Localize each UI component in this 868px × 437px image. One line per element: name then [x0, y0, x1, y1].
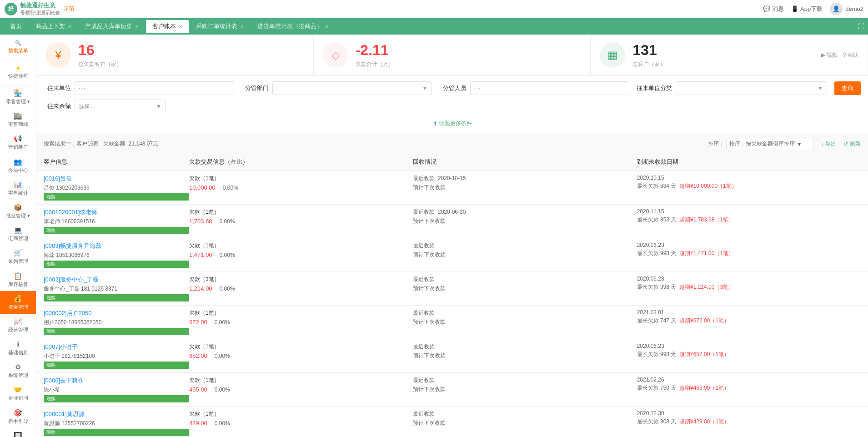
- sidebar-quick-nav-btn[interactable]: ⚡ 快捷导航: [0, 62, 36, 83]
- sidebar-item-3[interactable]: 👥 会员中心: [0, 154, 36, 177]
- next-label-4: 预计下次收款: [413, 318, 637, 326]
- filter-source-unit: 往来单位 ···: [44, 81, 234, 95]
- sidebar-item-13[interactable]: 🤝 企业协同: [0, 382, 36, 405]
- search-button[interactable]: 查询: [834, 81, 861, 95]
- sidebar-icon-13: 🤝: [14, 386, 22, 394]
- tab-minimize-btn[interactable]: –: [851, 23, 854, 30]
- sidebar-item-9[interactable]: 💰 资金管理: [0, 291, 36, 314]
- collapse-btn[interactable]: ⬆ 收起更多条件: [44, 118, 861, 129]
- source-unit-input[interactable]: ···: [75, 81, 234, 95]
- app-download-btn[interactable]: 📱 App下载: [791, 5, 823, 13]
- tab-product-history[interactable]: 产成品入库单历史 ✕: [79, 20, 145, 33]
- debt-info-2: 欠款（1笔） 1,471.00 0.00%: [189, 242, 413, 258]
- recovery-info-7: 最近收款 预计下次收款: [413, 410, 637, 427]
- tab-customer-account[interactable]: 客户账本 ✕: [146, 20, 189, 33]
- debt-ratio-5: 0.00%: [215, 353, 230, 359]
- tab-maximize-btn[interactable]: ⛶: [858, 23, 864, 30]
- sidebar-item-4[interactable]: 📊 零售统计: [0, 177, 36, 200]
- help-btn[interactable]: ? 帮助: [843, 51, 858, 59]
- person-input[interactable]: ···: [470, 81, 630, 95]
- debt-info-4: 欠款（1笔） 672.00 0.00%: [189, 309, 413, 326]
- message-icon: 💬: [763, 5, 770, 12]
- sidebar-item-1[interactable]: 🏬 零售商城: [0, 108, 36, 131]
- overdue-link-6[interactable]: 超期¥455.90（1笔）: [679, 385, 729, 391]
- due-info-7: 2020.12.30 最长欠款 808 天 超期¥429.00（1笔）: [637, 410, 861, 426]
- tab-home[interactable]: 首页: [4, 20, 28, 33]
- sidebar-search[interactable]: 🔍 搜索菜单: [0, 36, 36, 58]
- sidebar-item-12[interactable]: ⚙ 系统管理: [0, 359, 36, 382]
- debt-amount-2: 1,471.00: [189, 251, 212, 258]
- recovery-info-2: 最近收款 预计下次收款: [413, 242, 637, 259]
- unit-category-label: 往来单位分类: [637, 84, 672, 92]
- debt-amount-row-0: 10,000.00 0.00%: [189, 184, 413, 191]
- overdue-link-2[interactable]: 超期¥1,471.00（1笔）: [679, 250, 734, 256]
- stat-number-amount: -2.11: [356, 42, 394, 59]
- sidebar-icon-3: 👥: [14, 158, 22, 166]
- sidebar-item-2[interactable]: 📢 营销推广: [0, 131, 36, 154]
- customer-contact-2: 海蕊 18513066976: [44, 251, 189, 259]
- message-btn[interactable]: 💬 消息: [763, 5, 784, 13]
- table-row: [0007]小进干 小进干 18279152100 现购 欠款（1笔） 652.…: [36, 339, 868, 373]
- tab-purchase-stats[interactable]: 采购订单统计表 ✕: [190, 20, 250, 33]
- video-btn[interactable]: ▶ 视频: [821, 51, 838, 59]
- stat-label-amount: 欠款合计（万）: [356, 60, 394, 68]
- due-date-4: 2021.03.01: [637, 309, 861, 316]
- overdue-link-0[interactable]: 超期¥10,000.00（1笔）: [679, 183, 737, 189]
- customer-contact-6: 陈小希: [44, 386, 189, 394]
- sort-select[interactable]: 排序：按欠款金额倒序排序 ▼: [726, 139, 813, 149]
- customer-name-2[interactable]: [0003]畅捷服务尹海蕊: [44, 242, 189, 250]
- export-btn[interactable]: ↓ 导出: [821, 140, 836, 148]
- table-row-inner-1: [0001020001]李老师 李老师 18600391516 现购 欠款（1笔…: [36, 205, 868, 238]
- tab-goods[interactable]: 商品上下架 ✕: [29, 20, 78, 33]
- table-row: [0016]吕俊 吕俊 13026203696 现购 欠款（1笔） 10,000…: [36, 171, 868, 205]
- stat-card-amount: ◇ -2.11 欠款合计（万）: [314, 35, 591, 75]
- search-icon: 🔍: [15, 40, 21, 46]
- result-text: 搜索结果中，客户16家 欠款金额 -21,148.07元: [44, 140, 158, 148]
- overdue-link-7[interactable]: 超期¥429.00（1笔）: [679, 418, 729, 425]
- overdue-link-1[interactable]: 超期¥1,703.68（1笔）: [679, 216, 734, 223]
- user-area[interactable]: 👤 demo2: [830, 3, 863, 15]
- tab-close-goods-stats[interactable]: ✕: [325, 24, 329, 29]
- tab-goods-stats[interactable]: 进货单统计表（按商品） ✕: [251, 20, 335, 33]
- refresh-btn[interactable]: ↺ 刷新: [843, 140, 861, 148]
- customer-name-7[interactable]: [000001]黄思源: [44, 410, 189, 418]
- overdue-link-5[interactable]: 超期¥652.00（1笔）: [679, 351, 729, 357]
- due-date-5: 2020.06.23: [637, 343, 861, 349]
- tab-close-purchase[interactable]: ✕: [240, 24, 244, 29]
- customer-name-3[interactable]: [0002]服务中心_丁磊: [44, 276, 189, 284]
- sidebar-item-5[interactable]: 📦 批发管理 ▾: [0, 200, 36, 222]
- sort-arrow-icon: ▼: [797, 141, 802, 147]
- table-body: [0016]吕俊 吕俊 13026203696 现购 欠款（1笔） 10,000…: [36, 171, 868, 437]
- overdue-link-3[interactable]: 超期¥1,214.00（3笔）: [679, 284, 734, 290]
- sidebar-item-8[interactable]: 📋 库存核算: [0, 268, 36, 291]
- sidebar-item-11[interactable]: ℹ 基础信息: [0, 337, 36, 359]
- balance-select[interactable]: 选择... ▼: [75, 100, 166, 113]
- sidebar-item-15[interactable]: 🔲 应用中心: [0, 428, 36, 437]
- tab-close-product[interactable]: ✕: [135, 24, 139, 29]
- customer-badge-0: 现购: [44, 193, 189, 201]
- debt-info-5: 欠款（1笔） 652.00 0.00%: [189, 343, 413, 359]
- sidebar-item-7[interactable]: 🛒 采购管理: [0, 245, 36, 268]
- unit-category-select[interactable]: ▼: [676, 81, 827, 95]
- tab-close-goods[interactable]: ✕: [68, 24, 71, 29]
- customer-name-4[interactable]: [000002]用户2050: [44, 309, 189, 317]
- sidebar-item-0[interactable]: 🏪 零售管理 ▾: [0, 85, 36, 108]
- sidebar-item-6[interactable]: 💻 电商管理: [0, 222, 36, 245]
- due-date-6: 2021.02.26: [637, 377, 861, 383]
- next-label-7: 预计下次收款: [413, 419, 637, 427]
- max-overdue-7: 最长欠款 808 天 超期¥429.00（1笔）: [637, 418, 861, 426]
- sidebar-item-14[interactable]: 🎯 新手引导: [0, 405, 36, 428]
- stat-info-customers: 16 总欠款客户（家）: [78, 42, 122, 68]
- col-debt-info: 欠款交易信息（占比）: [189, 158, 413, 166]
- customer-name-5[interactable]: [0007]小进干: [44, 343, 189, 351]
- customer-name-1[interactable]: [0001020001]李老师: [44, 208, 189, 216]
- stat-info-amount: -2.11 欠款合计（万）: [356, 42, 394, 68]
- dept-select[interactable]: ▼: [272, 81, 432, 95]
- customer-name-0[interactable]: [0016]吕俊: [44, 175, 189, 183]
- expand-btn[interactable]: 示范: [64, 5, 75, 13]
- overdue-link-4[interactable]: 超期¥672.00（1笔）: [679, 317, 729, 324]
- tab-close-customer[interactable]: ✕: [179, 24, 182, 29]
- sidebar-item-10[interactable]: 📈 经营管理: [0, 314, 36, 337]
- customer-name-6[interactable]: [0006]去下粮仓: [44, 377, 189, 385]
- tab-bar: 首页 商品上下架 ✕ 产成品入库单历史 ✕ 客户账本 ✕ 采购订单统计表 ✕ 进…: [0, 18, 868, 35]
